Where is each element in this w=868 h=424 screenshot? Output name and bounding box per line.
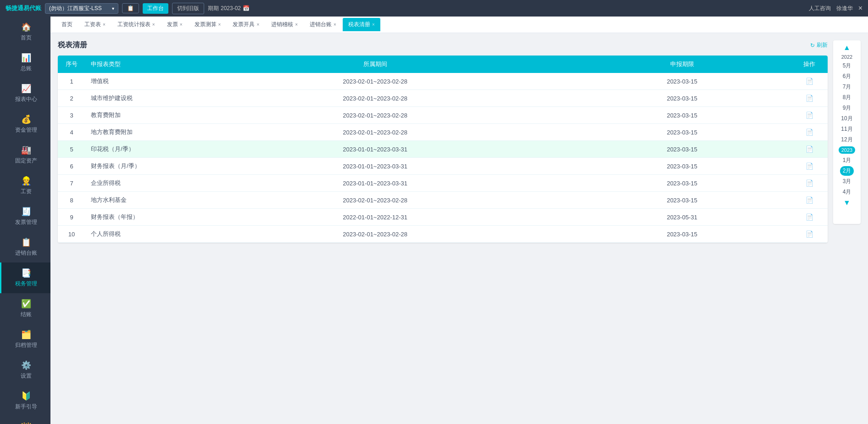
header-right: 人工咨询 徐逢华 × [809, 4, 862, 12]
timeline-month-4[interactable]: 4月 [833, 187, 861, 197]
tab-salary-close[interactable]: × [103, 22, 106, 27]
sidebar-label-inout: 进销台账 [15, 249, 37, 257]
action-icon[interactable]: 📄 [806, 112, 813, 119]
tab-invoice-open-close[interactable]: × [256, 22, 259, 27]
inout-icon: 📋 [21, 237, 31, 247]
timeline-month-12[interactable]: 12月 [833, 134, 861, 145]
tab-invoice-calc-close[interactable]: × [218, 22, 221, 27]
sidebar-item-member[interactable]: 👑 畅会员 [0, 416, 50, 424]
tab-tax-list[interactable]: 税表清册 × [343, 18, 380, 31]
timeline-month-7[interactable]: 7月 [833, 82, 861, 92]
settings-icon: ⚙️ [21, 360, 31, 370]
timeline-year-2023-badge[interactable]: 2023 [839, 146, 855, 154]
tab-invoice-open[interactable]: 发票开具 × [227, 18, 265, 31]
action-icon[interactable]: 📄 [806, 78, 813, 85]
workbench-btn[interactable]: 工作台 [143, 3, 168, 14]
action-icon[interactable]: 📄 [806, 95, 813, 102]
cell-no: 7 [58, 175, 85, 192]
tab-inout-check-close[interactable]: × [295, 22, 298, 27]
sidebar-item-ledger[interactable]: 📊 总账 [0, 47, 50, 78]
tab-invoice-close[interactable]: × [180, 22, 183, 27]
sidebar-item-settle[interactable]: ✅ 结账 [0, 293, 50, 324]
sidebar-item-guide[interactable]: 🔰 新手引导 [0, 385, 50, 416]
timeline-month-8[interactable]: 8月 [833, 92, 861, 103]
tax-icon: 📑 [21, 268, 31, 278]
timeline-panel: ▲ 2022 5月 6月 7月 8月 9月 10月 11月 12月 2023 1… [833, 40, 861, 224]
table-row: 10 个人所得税 2023-02-01~2023-02-28 2023-03-1… [58, 226, 828, 243]
tab-bar: 首页 工资表 × 工资统计报表 × 发票 × 发票测算 × 发票开具 × [50, 17, 868, 33]
sidebar-item-archive[interactable]: 🗂️ 归档管理 [0, 324, 50, 355]
page-title: 税表清册 [58, 40, 87, 50]
timeline-month-5[interactable]: 5月 [833, 61, 861, 71]
human-consult-btn[interactable]: 人工咨询 [809, 5, 831, 12]
sidebar-item-inout[interactable]: 📋 进销台账 [0, 232, 50, 262]
company-name: (勿动）江西服宝-LSS [49, 5, 102, 12]
tab-salary-stat[interactable]: 工资统计报表 × [112, 18, 161, 31]
tab-inout-check-label: 进销稽核 [271, 21, 293, 28]
sidebar-item-fixed[interactable]: 🏭 固定资产 [0, 139, 50, 170]
tab-tax-list-close[interactable]: × [372, 22, 375, 27]
action-icon[interactable]: 📄 [806, 145, 813, 153]
tab-invoice-calc[interactable]: 发票测算 × [189, 18, 227, 31]
tab-home[interactable]: 首页 [56, 18, 78, 31]
cell-deadline: 2023-03-15 [573, 175, 791, 192]
tab-inout-check[interactable]: 进销稽核 × [266, 18, 303, 31]
switch-old-btn[interactable]: 切到旧版 [172, 3, 204, 14]
cell-type: 印花税（月/季） [85, 141, 177, 158]
tab-invoice-open-label: 发票开具 [233, 21, 255, 28]
timeline-month-3[interactable]: 3月 [833, 176, 861, 187]
tab-salary-stat-close[interactable]: × [152, 22, 155, 27]
timeline-month-10[interactable]: 10月 [833, 113, 861, 124]
tab-salary[interactable]: 工资表 × [79, 18, 111, 31]
cell-action: 📄 [791, 158, 828, 175]
timeline-up-btn[interactable]: ▲ [842, 42, 852, 53]
tab-inout-ledger-close[interactable]: × [334, 22, 336, 27]
refresh-button[interactable]: ↻ 刷新 [810, 41, 828, 49]
timeline-down-btn[interactable]: ▼ [842, 197, 852, 208]
tab-inout-ledger[interactable]: 进销台账 × [304, 18, 342, 31]
close-icon[interactable]: × [858, 4, 862, 12]
timeline-month-6[interactable]: 6月 [833, 71, 861, 82]
tab-invoice[interactable]: 发票 × [161, 18, 188, 31]
action-icon[interactable]: 📄 [806, 179, 813, 187]
sidebar-label-report: 报表中心 [15, 95, 37, 103]
fixed-icon: 🏭 [21, 145, 31, 155]
sidebar-item-invoice[interactable]: 🧾 发票管理 [0, 201, 50, 232]
cell-action: 📄 [791, 73, 828, 90]
sidebar-item-report[interactable]: 📈 报表中心 [0, 78, 50, 109]
sidebar-item-salary[interactable]: 👷 工资 [0, 170, 50, 201]
timeline-month-11[interactable]: 11月 [833, 124, 861, 134]
cell-period: 2023-02-01~2023-02-28 [177, 73, 573, 90]
cell-deadline: 2023-03-15 [573, 124, 791, 141]
sidebar-item-settings[interactable]: ⚙️ 设置 [0, 355, 50, 385]
report-icon: 📈 [21, 84, 31, 94]
tab-invoice-label: 发票 [167, 21, 178, 28]
sidebar-label-archive: 归档管理 [15, 341, 37, 349]
sidebar-item-capital[interactable]: 💰 资金管理 [0, 109, 50, 139]
calendar-icon[interactable]: 📅 [243, 5, 250, 11]
action-icon[interactable]: 📄 [806, 196, 813, 204]
cell-action: 📄 [791, 107, 828, 124]
table-row: 2 城市维护建设税 2023-02-01~2023-02-28 2023-03-… [58, 90, 828, 107]
timeline-month-1[interactable]: 1月 [833, 155, 861, 166]
action-icon[interactable]: 📄 [806, 162, 813, 170]
sidebar-item-home[interactable]: 🏠 首页 [0, 17, 50, 47]
action-icon[interactable]: 📄 [806, 213, 813, 221]
cell-deadline: 2023-03-15 [573, 73, 791, 90]
action-icon[interactable]: 📄 [806, 128, 813, 136]
cell-period: 2023-02-01~2023-02-28 [177, 226, 573, 243]
salary-icon: 👷 [21, 176, 31, 186]
copy-btn[interactable]: 📋 [122, 3, 139, 13]
user-menu-btn[interactable]: 徐逢华 [836, 5, 853, 12]
action-icon[interactable]: 📄 [806, 230, 813, 238]
timeline-month-2-active[interactable]: 2月 [840, 166, 854, 176]
cell-type: 城市维护建设税 [85, 90, 177, 107]
period-display: 期期 2023-02 📅 [208, 5, 250, 12]
table-row: 7 企业所得税 2023-01-01~2023-03-31 2023-03-15… [58, 175, 828, 192]
company-selector[interactable]: (勿动）江西服宝-LSS ▾ [45, 3, 118, 14]
sidebar-item-tax[interactable]: 📑 税务管理 [0, 262, 50, 293]
tab-home-label: 首页 [61, 21, 72, 28]
table-row: 5 印花税（月/季） 2023-01-01~2023-03-31 2023-03… [58, 141, 828, 158]
cell-deadline: 2023-03-15 [573, 90, 791, 107]
timeline-month-9[interactable]: 9月 [833, 103, 861, 113]
